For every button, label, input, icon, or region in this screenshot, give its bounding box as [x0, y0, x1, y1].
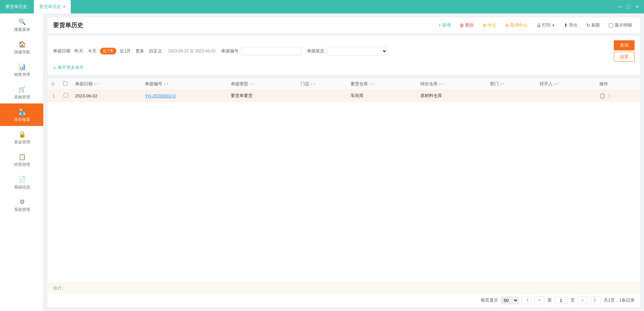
tab-close-icon[interactable]: × — [63, 4, 65, 9]
shortcut-custom[interactable]: 自定义 — [148, 48, 163, 54]
table-footer: 合计： — [48, 283, 640, 293]
sort-doc-date[interactable]: 单据日期 ▲▼ — [75, 81, 138, 87]
docnum-input[interactable] — [241, 47, 302, 55]
print-button[interactable]: 🖨 打印 ▼ — [534, 21, 558, 30]
sidebar-item-label: 采购管理 — [14, 94, 30, 100]
shortcut-today[interactable]: 今天 — [87, 48, 98, 54]
expand-filter-button[interactable]: ∨ 展开更多条件 — [53, 64, 635, 71]
last-page-button[interactable]: 》 — [591, 296, 601, 304]
more-icon[interactable]: ⋮ — [607, 93, 612, 98]
row-checkbox[interactable] — [64, 93, 68, 97]
close-window-icon[interactable]: × — [636, 4, 639, 10]
shortcut-1month[interactable]: 近1月 — [118, 48, 132, 54]
th-req-warehouse-label: 要货仓库 — [351, 81, 368, 87]
table-body: 1 2023-06-02 YH-20230602-0 要货单要货 车间 — [48, 90, 640, 102]
export-label: 导出 — [569, 22, 578, 28]
export-button[interactable]: ⬆ 导出 — [561, 21, 580, 30]
sort-handler[interactable]: 经手人 ▲▼ — [540, 81, 593, 87]
status-select[interactable] — [327, 47, 387, 56]
sort-arrows-req-warehouse: ▲▼ — [369, 83, 374, 85]
th-department-label: 部门 — [490, 81, 499, 87]
print-label: 打印 — [542, 22, 551, 28]
header-row: ⚙ 单据日期 ▲▼ — [48, 78, 640, 90]
page-input[interactable] — [554, 297, 568, 304]
sort-pending-warehouse[interactable]: 待出仓库 ▲▼ — [420, 81, 483, 87]
sort-arrows-store: ▲▼ — [310, 83, 316, 85]
first-page-button[interactable]: 《 — [521, 296, 532, 304]
th-action-label: 操作 — [599, 81, 608, 86]
date-range-display: 2023-05-27 至 2023-06-02 — [168, 48, 215, 54]
sidebar-item-sales[interactable]: 📊 销售管理 — [0, 58, 43, 81]
filter-area: 单据日期 昨天 今天 近7天 近1月 更多 自定义 2023-05-27 至 2… — [48, 36, 640, 75]
display-checkbox[interactable] — [609, 23, 613, 28]
table-row: 1 2023-06-02 YH-20230602-0 要货单要货 车间 — [48, 90, 640, 102]
window-controls: ─ □ × — [618, 4, 644, 10]
sort-arrows-pending-warehouse: ▲▼ — [439, 83, 444, 85]
settings-button[interactable]: 设置 — [614, 52, 635, 62]
sidebar-item-purchase[interactable]: 🛒 采购管理 — [0, 81, 43, 103]
sidebar-item-basic-info[interactable]: 📄 基础信息 — [0, 171, 43, 193]
cancel-button[interactable]: ⊗ 取消中止 — [502, 21, 530, 30]
sort-department[interactable]: 部门 ▲▼ — [490, 81, 533, 87]
tab-home[interactable]: 要货单历史 — [0, 0, 33, 13]
display-button[interactable]: 显示明细 — [606, 21, 635, 30]
row-doc-num: YH-20230602-0 — [142, 90, 227, 102]
sort-req-warehouse[interactable]: 要货仓库 ▲▼ — [351, 81, 414, 87]
sort-doc-type[interactable]: 单据类型 ▲▼ — [231, 81, 294, 87]
per-page-select[interactable]: 50 10 20 100 — [501, 297, 519, 304]
select-all-checkbox[interactable] — [63, 81, 67, 86]
cancel-label: 取消中止 — [510, 22, 528, 28]
sidebar-item-system[interactable]: ⚙ 系统管理 — [0, 193, 43, 216]
delete-button[interactable]: 🗑 删除 — [457, 21, 477, 30]
shortcut-yesterday[interactable]: 昨天 — [73, 48, 85, 54]
per-page-label: 每页显示 — [481, 297, 498, 303]
sidebar-item-quick-nav[interactable]: 🏠 快捷导航 — [0, 36, 43, 58]
sort-doc-num[interactable]: 单据编号 ▲▼ — [145, 81, 224, 87]
column-settings-icon[interactable]: ⚙ — [51, 82, 55, 87]
table-scroll[interactable]: ⚙ 单据日期 ▲▼ — [48, 78, 640, 283]
next-page-button[interactable]: ＞ — [578, 296, 588, 304]
doc-link[interactable]: YH-20230602-0 — [145, 93, 176, 98]
date-filter-label: 单据日期 — [53, 48, 70, 54]
purchase-icon: 🛒 — [18, 86, 26, 93]
sidebar-item-search-menu[interactable]: 🔍 搜索菜单 — [0, 13, 43, 36]
query-button[interactable]: 查询 — [614, 40, 635, 50]
minimize-icon[interactable]: ─ — [618, 4, 622, 10]
delete-label: 删除 — [465, 22, 474, 28]
th-doc-date: 单据日期 ▲▼ — [72, 78, 142, 90]
th-pending-warehouse: 待出仓库 ▲▼ — [417, 78, 487, 90]
new-label: 新增 — [442, 22, 451, 28]
sidebar-item-finance[interactable]: 🔒 资金管理 — [0, 126, 43, 148]
new-button[interactable]: + 新增 — [436, 21, 453, 30]
export-icon: ⬆ — [564, 23, 568, 28]
sidebar-item-label: 搜索菜单 — [14, 27, 30, 33]
th-doc-num: 单据编号 ▲▼ — [142, 78, 227, 90]
row-num: 1 — [52, 93, 55, 98]
date-filter-group: 单据日期 昨天 今天 近7天 近1月 更多 自定义 2023-05-27 至 2… — [53, 48, 216, 54]
refresh-button[interactable]: ↻ 刷新 — [584, 21, 603, 30]
sort-arrows-department: ▲▼ — [500, 83, 505, 85]
th-req-warehouse: 要货仓库 ▲▼ — [347, 78, 417, 90]
action-icons: 📋 ⋮ — [599, 93, 637, 98]
sort-store[interactable]: 门店 ▲▼ — [301, 81, 343, 87]
sidebar-item-label: 基础信息 — [14, 184, 30, 190]
tab-active[interactable]: 要货单历史 × — [34, 0, 71, 13]
shortcut-7days[interactable]: 近7天 — [100, 48, 116, 54]
prev-page-button[interactable]: ＜ — [534, 296, 545, 304]
page-word: 第 — [547, 297, 552, 303]
shortcut-more[interactable]: 更多 — [134, 48, 146, 54]
row-department — [487, 90, 536, 102]
footer-label: 合计： — [53, 285, 66, 291]
sidebar-item-inventory[interactable]: 🏪 库存核算 — [0, 103, 43, 126]
maximize-icon[interactable]: □ — [627, 4, 630, 10]
edit-icon[interactable]: 📋 — [599, 93, 605, 98]
search-menu-icon: 🔍 — [18, 18, 26, 26]
sidebar-item-operations[interactable]: 📋 经营管理 — [0, 148, 43, 171]
stop-button[interactable]: ⊗ 中止 — [480, 21, 499, 30]
sidebar-item-label: 库存核算 — [14, 117, 30, 123]
row-doc-type: 要货单要货 — [227, 90, 297, 102]
print-arrow-icon: ▼ — [552, 24, 555, 27]
quick-nav-icon: 🏠 — [18, 41, 26, 48]
th-doc-num-label: 单据编号 — [145, 81, 162, 87]
system-icon: ⚙ — [19, 198, 25, 206]
